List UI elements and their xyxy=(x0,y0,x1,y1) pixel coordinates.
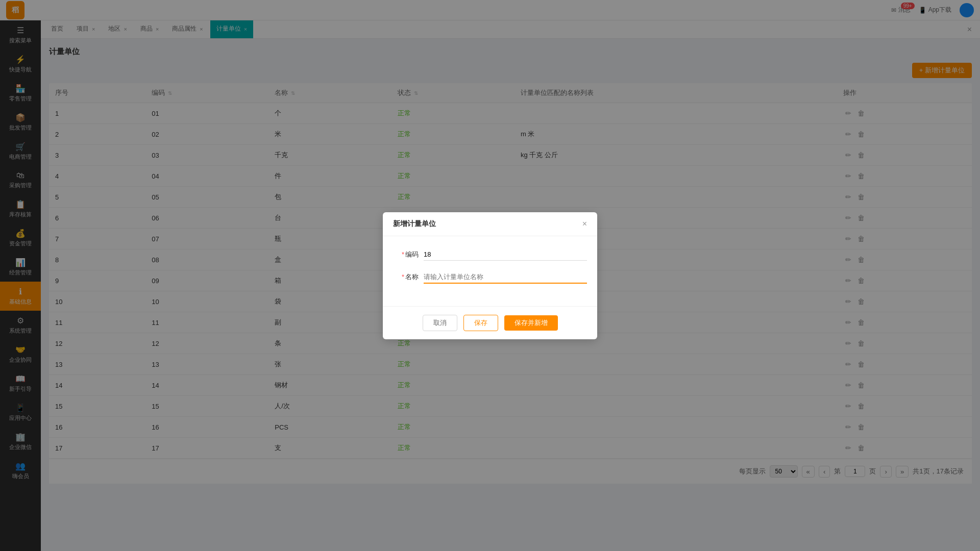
modal-title: 新增计量单位 xyxy=(393,219,436,229)
modal-overlay: 新增计量单位 × *编码 *名称 取消 保存 保存并新增 xyxy=(0,0,980,551)
code-label: *编码 xyxy=(393,250,419,259)
save-and-new-button[interactable]: 保存并新增 xyxy=(504,315,558,331)
modal-header: 新增计量单位 × xyxy=(383,212,597,236)
modal-footer: 取消 保存 保存并新增 xyxy=(383,306,597,339)
name-required-mark: * xyxy=(402,273,404,281)
code-required-mark: * xyxy=(402,251,404,258)
code-form-row: *编码 xyxy=(393,248,587,261)
cancel-button[interactable]: 取消 xyxy=(423,315,457,331)
name-form-row: *名称 xyxy=(393,271,587,284)
name-label: *名称 xyxy=(393,272,419,282)
name-input[interactable] xyxy=(424,271,587,284)
save-button[interactable]: 保存 xyxy=(463,315,498,331)
code-input[interactable] xyxy=(424,248,587,261)
modal-body: *编码 *名称 xyxy=(383,236,597,306)
modal-close-button[interactable]: × xyxy=(582,219,587,229)
add-unit-modal: 新增计量单位 × *编码 *名称 取消 保存 保存并新增 xyxy=(383,212,597,339)
